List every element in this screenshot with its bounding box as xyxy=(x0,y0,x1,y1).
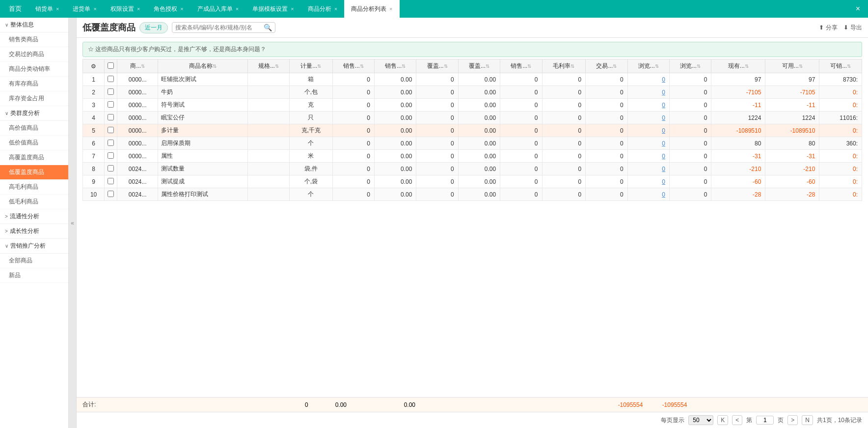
prev-page-button[interactable]: < xyxy=(732,415,742,425)
nav-warehouse[interactable]: 产成品入库单 × xyxy=(190,0,245,18)
sidebar-item-new-goods[interactable]: 新品 xyxy=(0,268,68,283)
search-icon[interactable]: 🔍 xyxy=(264,24,272,31)
col-sales1[interactable]: 销售...⇅ xyxy=(332,59,374,73)
row-cover1: 0 xyxy=(416,188,458,201)
col-gross[interactable]: 毛利率⇅ xyxy=(542,59,586,73)
col-cover1[interactable]: 覆盖...⇅ xyxy=(416,59,458,73)
share-button[interactable]: ⬆ 分享 xyxy=(819,24,838,32)
info-banner: ☆ 这些商品只有很少客户购买过，是推广不够，还是商品本身问题？ xyxy=(82,42,862,57)
nav-analysis-list[interactable]: 商品分析列表 × xyxy=(344,0,399,18)
row-unit: 克 xyxy=(290,99,333,112)
row-available: 1224 xyxy=(765,112,819,124)
row-cover2: 0.00 xyxy=(458,150,500,163)
row-number: 2 xyxy=(83,86,105,99)
per-page-select[interactable]: 50 100 200 xyxy=(688,415,713,425)
col-current[interactable]: 现有...⇅ xyxy=(711,59,765,73)
sidebar-item-low-value[interactable]: 低价值商品 xyxy=(0,136,68,150)
col-checkbox[interactable] xyxy=(105,59,117,73)
row-view2: 0 xyxy=(670,175,711,188)
filter-period-button[interactable]: 近一月 xyxy=(139,22,168,33)
window-close-button[interactable]: × xyxy=(850,0,866,18)
collapse-arrow-growth: > xyxy=(5,228,8,234)
sidebar-item-sales-goods[interactable]: 销售类商品 xyxy=(0,32,68,47)
row-available: -11 xyxy=(765,99,819,112)
last-page-button[interactable]: N xyxy=(802,415,813,425)
sidebar-item-low-coverage[interactable]: 低覆盖度商品 xyxy=(0,165,68,180)
row-unit: 箱 xyxy=(290,73,333,86)
row-checkbox[interactable] xyxy=(105,73,117,86)
nav-close-sales[interactable]: × xyxy=(56,6,59,12)
sidebar-section-overall[interactable]: ∨ 整体信息 xyxy=(0,18,68,32)
row-checkbox[interactable] xyxy=(105,175,117,188)
sidebar-item-low-margin[interactable]: 低毛利商品 xyxy=(0,195,68,209)
col-cover2[interactable]: 覆盖...⇅ xyxy=(458,59,500,73)
nav-close-template[interactable]: × xyxy=(291,6,294,12)
sidebar-item-high-coverage[interactable]: 高覆盖度商品 xyxy=(0,150,68,165)
first-page-button[interactable]: K xyxy=(717,415,728,425)
sidebar-section-liquidity[interactable]: > 流通性分析 xyxy=(0,209,68,224)
collapse-arrow-overall: ∨ xyxy=(5,22,8,28)
footer-sales1: 0 xyxy=(289,401,324,408)
sidebar-section-cluster[interactable]: ∨ 类群度分析 xyxy=(0,106,68,121)
nav-close-role[interactable]: × xyxy=(180,6,183,12)
row-cover2: 0.00 xyxy=(458,86,500,99)
nav-close-purchase[interactable]: × xyxy=(93,6,96,12)
nav-role[interactable]: 角色授权 × xyxy=(147,0,190,18)
sidebar-item-high-margin[interactable]: 高毛利商品 xyxy=(0,180,68,195)
col-settings[interactable]: ⚙ xyxy=(83,59,105,73)
row-cover1: 0 xyxy=(416,99,458,112)
row-current: 1224 xyxy=(711,112,765,124)
nav-permission[interactable]: 权限设置 × xyxy=(104,0,147,18)
col-spec[interactable]: 规格...⇅ xyxy=(247,59,289,73)
sidebar-item-all-goods[interactable]: 全部商品 xyxy=(0,254,68,268)
sidebar-section-marketing[interactable]: ∨ 营销推广分析 xyxy=(0,239,68,254)
nav-sales[interactable]: 销货单 × xyxy=(28,0,66,18)
table-footer: 合计: 0 0.00 0.00 -1095554 -1095554 xyxy=(77,397,868,412)
col-saleable[interactable]: 可销...⇅ xyxy=(819,59,862,73)
row-name: 眠宝公仔 xyxy=(158,112,247,124)
col-view2[interactable]: 浏览...⇅ xyxy=(670,59,711,73)
row-checkbox[interactable] xyxy=(105,99,117,112)
sidebar-item-traded-goods[interactable]: 交易过的商品 xyxy=(0,47,68,62)
nav-home[interactable]: 首页 xyxy=(2,0,28,18)
col-unit[interactable]: 计量...⇅ xyxy=(290,59,333,73)
nav-purchase[interactable]: 进货单 × xyxy=(66,0,103,18)
row-checkbox[interactable] xyxy=(105,137,117,150)
search-input[interactable] xyxy=(175,24,264,31)
nav-analysis[interactable]: 商品分析 × xyxy=(301,0,344,18)
row-checkbox[interactable] xyxy=(105,112,117,124)
next-page-button[interactable]: > xyxy=(787,415,798,425)
select-all-checkbox[interactable] xyxy=(108,62,114,69)
col-sales2[interactable]: 销售...⇅ xyxy=(375,59,416,73)
export-button[interactable]: ⬇ 导出 xyxy=(843,24,862,32)
nav-close-analysis[interactable]: × xyxy=(334,6,337,12)
col-sales3[interactable]: 销售...⇅ xyxy=(500,59,542,73)
sidebar-item-stocked-goods[interactable]: 有库存商品 xyxy=(0,77,68,91)
page-number-input[interactable] xyxy=(756,416,774,425)
table-wrapper[interactable]: ⚙ 商...⇅ 商品名称⇅ 规格...⇅ 计量...⇅ 销售...⇅ 销售...… xyxy=(82,59,862,397)
nav-close-analysis-list[interactable]: × xyxy=(389,6,392,12)
row-view2: 0 xyxy=(670,150,711,163)
row-checkbox[interactable] xyxy=(105,188,117,201)
nav-template[interactable]: 单据模板设置 × xyxy=(245,0,300,18)
sidebar-item-high-value[interactable]: 高价值商品 xyxy=(0,121,68,136)
row-checkbox[interactable] xyxy=(105,124,117,137)
sidebar-wrapper: ∨ 整体信息 销售类商品 交易过的商品 商品分类动销率 有库存商品 库存资金占用… xyxy=(0,18,77,428)
col-trade[interactable]: 交易...⇅ xyxy=(586,59,627,73)
nav-close-warehouse[interactable]: × xyxy=(236,6,239,12)
row-checkbox[interactable] xyxy=(105,163,117,175)
sidebar-collapse-button[interactable]: « xyxy=(69,18,77,428)
nav-close-permission[interactable]: × xyxy=(137,6,140,12)
col-name[interactable]: 商品名称⇅ xyxy=(158,59,247,73)
sidebar-item-category-rate[interactable]: 商品分类动销率 xyxy=(0,62,68,77)
table-row: 90024...测试提成个,袋00.0000.0000000-60-600: xyxy=(83,175,862,188)
row-available: 80 xyxy=(765,137,819,150)
row-checkbox[interactable] xyxy=(105,150,117,163)
sidebar-item-capital[interactable]: 库存资金占用 xyxy=(0,91,68,106)
col-code[interactable]: 商...⇅ xyxy=(117,59,158,73)
table-row: 10000...旺辅批次测试箱00.0000.000000097978730: xyxy=(83,73,862,86)
sidebar-section-growth[interactable]: > 成长性分析 xyxy=(0,224,68,239)
col-available[interactable]: 可用...⇅ xyxy=(765,59,819,73)
col-view1[interactable]: 浏览...⇅ xyxy=(627,59,669,73)
row-checkbox[interactable] xyxy=(105,86,117,99)
